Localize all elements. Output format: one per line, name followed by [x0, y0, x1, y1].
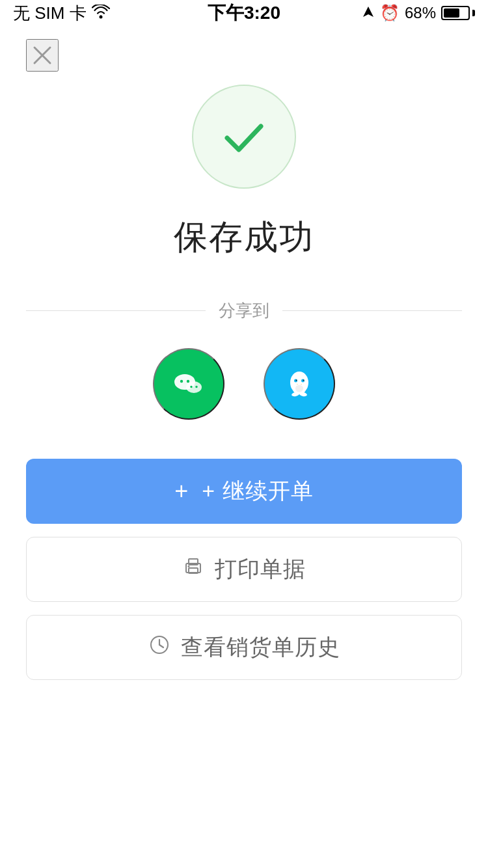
svg-point-15: [303, 380, 305, 381]
status-bar: 无 SIM 卡 下午3:20 ⏰ 68%: [0, 0, 488, 26]
print-button[interactable]: 打印单据: [26, 537, 462, 602]
svg-point-14: [296, 380, 297, 381]
clock-icon: [148, 634, 170, 661]
svg-point-19: [295, 385, 303, 392]
main-content: 保存成功 分享到: [0, 26, 488, 868]
continue-order-label: + 继续开单: [202, 476, 313, 506]
svg-point-23: [188, 565, 190, 567]
status-right: ⏰ 68%: [362, 4, 475, 22]
alarm-icon: ⏰: [380, 4, 400, 22]
qq-share-button[interactable]: [264, 348, 335, 420]
divider-right: [282, 310, 462, 311]
divider-left: [26, 310, 206, 311]
status-time: 下午3:20: [208, 1, 280, 25]
continue-order-button[interactable]: + + 继续开单: [26, 459, 462, 524]
print-label: 打印单据: [215, 554, 306, 584]
svg-point-5: [180, 380, 183, 383]
share-section: 分享到: [26, 299, 462, 420]
svg-point-6: [187, 380, 189, 383]
checkmark-icon: [218, 111, 270, 163]
no-sim-text: 无 SIM 卡: [13, 2, 87, 25]
svg-point-0: [99, 15, 102, 18]
share-icons: [153, 348, 335, 420]
close-icon: [31, 44, 54, 67]
history-button[interactable]: 查看销货单历史: [26, 615, 462, 680]
wifi-icon: [92, 3, 110, 23]
share-label: 分享到: [219, 299, 269, 322]
history-label: 查看销货单历史: [181, 632, 340, 662]
print-icon: [182, 556, 204, 583]
wechat-share-button[interactable]: [153, 348, 224, 420]
battery-percent: 68%: [405, 4, 436, 22]
location-icon: [362, 4, 375, 22]
svg-point-7: [190, 386, 192, 388]
svg-point-8: [195, 386, 197, 388]
share-divider: 分享到: [26, 299, 462, 322]
svg-point-4: [186, 381, 202, 393]
qq-icon: [280, 364, 319, 403]
success-title: 保存成功: [174, 215, 314, 260]
close-button[interactable]: [26, 39, 59, 72]
svg-line-26: [159, 645, 163, 647]
success-circle: [192, 85, 296, 189]
plus-icon: +: [174, 478, 189, 505]
wechat-icon: [169, 364, 208, 403]
action-buttons: + + 继续开单 打印单据 查看销货单: [26, 459, 462, 680]
battery-icon: [441, 6, 475, 20]
status-left: 无 SIM 卡: [13, 2, 110, 25]
